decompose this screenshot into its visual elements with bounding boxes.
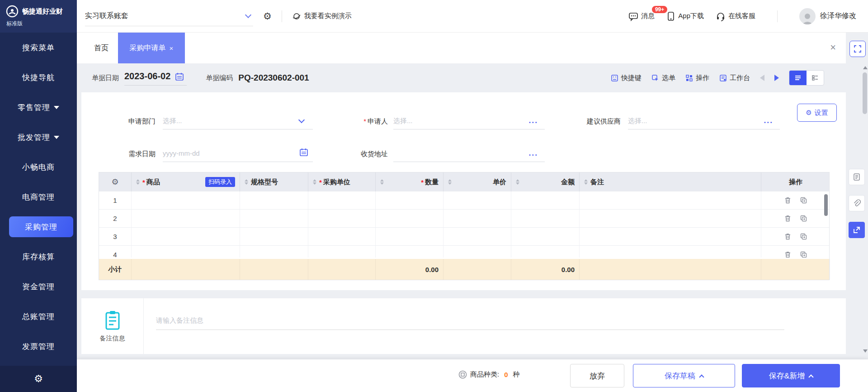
grid-cell[interactable] (308, 228, 376, 245)
tab-close-icon[interactable]: × (170, 44, 174, 52)
column-header-规格型号[interactable]: 规格型号 (240, 172, 308, 191)
grid-cell[interactable] (376, 210, 443, 227)
grid-cell[interactable] (443, 210, 511, 227)
demo-link[interactable]: 我要看实例演示 (292, 12, 352, 21)
user-menu[interactable]: 徐泽华修改 (799, 8, 856, 24)
sort-arrows-icon[interactable] (448, 179, 452, 185)
sidebar-item-批发管理[interactable]: 批发管理 (0, 122, 77, 152)
sidebar-item-发票管理[interactable]: 发票管理 (0, 331, 77, 361)
app-download-button[interactable]: App下载 (666, 11, 704, 21)
column-header-金额[interactable]: 金额 (511, 172, 580, 191)
column-header-操作[interactable]: 操作 (761, 172, 830, 191)
sidebar-item-零售管理[interactable]: 零售管理 (0, 92, 77, 122)
list-view-button[interactable] (789, 71, 807, 85)
doc-date-field[interactable]: 2023-06-02 (124, 70, 187, 86)
settings-button[interactable]: ⚙ 设置 (797, 104, 837, 122)
sidebar-item-电商管理[interactable]: 电商管理 (0, 182, 77, 212)
prev-doc-arrow-icon[interactable] (760, 75, 764, 81)
attachment-button[interactable] (849, 195, 865, 211)
account-set-select[interactable]: 实习联系账套 (85, 6, 253, 26)
copy-row-icon[interactable] (800, 215, 807, 222)
grid-cell[interactable] (132, 210, 240, 227)
copy-row-icon[interactable] (800, 233, 807, 240)
tab-purchase-request[interactable]: 采购申请单 × (118, 33, 185, 63)
grid-cell[interactable] (376, 228, 443, 245)
grid-cell[interactable] (443, 246, 511, 258)
column-settings-cell[interactable]: ⚙ (99, 172, 132, 191)
workbench-button[interactable]: 工作台 (719, 74, 750, 82)
scrollbar-thumb[interactable] (863, 72, 867, 114)
grid-cell[interactable] (240, 228, 308, 245)
address-more-icon[interactable]: ••• (529, 152, 538, 158)
grid-cell[interactable] (511, 210, 580, 227)
address-input[interactable] (393, 145, 545, 162)
draft-note-button[interactable] (849, 169, 865, 185)
discard-button[interactable]: 放弃 (570, 364, 624, 387)
sort-arrows-icon[interactable] (380, 179, 384, 185)
grid-cell[interactable] (580, 191, 761, 209)
grid-cell[interactable] (132, 191, 240, 209)
grid-cell[interactable] (376, 246, 443, 258)
table-settings-gear-icon[interactable]: ⚙ (111, 177, 118, 187)
grid-cell[interactable] (308, 191, 376, 209)
supplier-more-icon[interactable]: ••• (764, 120, 774, 125)
sidebar-item-搜索菜单[interactable]: 搜索菜单 (0, 33, 77, 62)
grid-cell[interactable] (308, 210, 376, 227)
page-close-icon[interactable]: × (830, 43, 836, 53)
messages-button[interactable]: 消息 99+ (628, 11, 655, 21)
fullscreen-button[interactable] (849, 41, 866, 57)
grid-cell[interactable] (511, 228, 580, 245)
pick-order-button[interactable]: 选单 (651, 74, 675, 82)
sort-arrows-icon[interactable] (313, 179, 316, 185)
operations-button[interactable]: 操作 (685, 74, 709, 82)
applicant-select-input[interactable] (393, 112, 545, 129)
sidebar-item-快捷导航[interactable]: 快捷导航 (0, 62, 77, 92)
copy-row-icon[interactable] (800, 251, 807, 258)
sort-arrows-icon[interactable] (136, 179, 140, 185)
column-header-数量[interactable]: *数量 (376, 172, 443, 191)
remark-input[interactable] (156, 311, 784, 330)
sidebar-item-小畅电商[interactable]: 小畅电商 (0, 152, 77, 182)
scan-entry-badge[interactable]: 扫码录入 (205, 177, 235, 187)
tab-home[interactable]: 首页 (81, 33, 121, 63)
copy-row-icon[interactable] (800, 196, 807, 204)
delete-row-icon[interactable] (784, 196, 792, 204)
sidebar-settings-gear-icon[interactable]: ⚙ (34, 373, 43, 385)
scroll-down-arrow[interactable] (863, 349, 868, 353)
calendar-icon[interactable] (299, 148, 308, 157)
save-draft-button[interactable]: 保存草稿 (633, 364, 735, 387)
grid-cell[interactable] (580, 228, 761, 245)
column-header-单价[interactable]: 单价 (443, 172, 511, 191)
sidebar-item-库存核算[interactable]: 库存核算 (0, 242, 77, 272)
grid-cell[interactable] (132, 246, 240, 258)
sort-arrows-icon[interactable] (516, 179, 519, 185)
grid-cell[interactable] (132, 228, 240, 245)
sidebar-item-总账管理[interactable]: 总账管理 (0, 301, 77, 331)
grid-cell[interactable] (511, 246, 580, 258)
grid-cell[interactable] (376, 191, 443, 209)
table-scrollbar-thumb[interactable] (824, 194, 828, 216)
grid-cell[interactable] (240, 191, 308, 209)
delete-row-icon[interactable] (784, 251, 792, 258)
delete-row-icon[interactable] (784, 215, 792, 222)
applicant-more-icon[interactable]: ••• (529, 120, 538, 125)
column-header-采购单位[interactable]: *采购单位 (308, 172, 376, 191)
scroll-up-arrow[interactable] (863, 66, 868, 69)
delete-row-icon[interactable] (784, 233, 792, 240)
grid-cell[interactable] (443, 191, 511, 209)
header-gear-icon[interactable]: ⚙ (263, 11, 272, 22)
dept-select-input[interactable] (163, 112, 313, 129)
need-date-input[interactable] (163, 145, 313, 162)
grid-cell[interactable] (308, 246, 376, 258)
sidebar-item-采购管理[interactable]: 采购管理 (9, 216, 73, 237)
sort-arrows-icon[interactable] (245, 179, 248, 185)
grid-cell[interactable] (580, 246, 761, 258)
column-header-商品[interactable]: *商品扫码录入 (132, 172, 240, 191)
grid-cell[interactable] (240, 210, 308, 227)
next-doc-arrow-icon[interactable] (774, 75, 779, 81)
grid-cell[interactable] (511, 191, 580, 209)
column-header-备注[interactable]: 备注 (580, 172, 761, 191)
supplier-select-input[interactable] (628, 112, 780, 129)
grid-cell[interactable] (240, 246, 308, 258)
grid-cell[interactable] (443, 228, 511, 245)
